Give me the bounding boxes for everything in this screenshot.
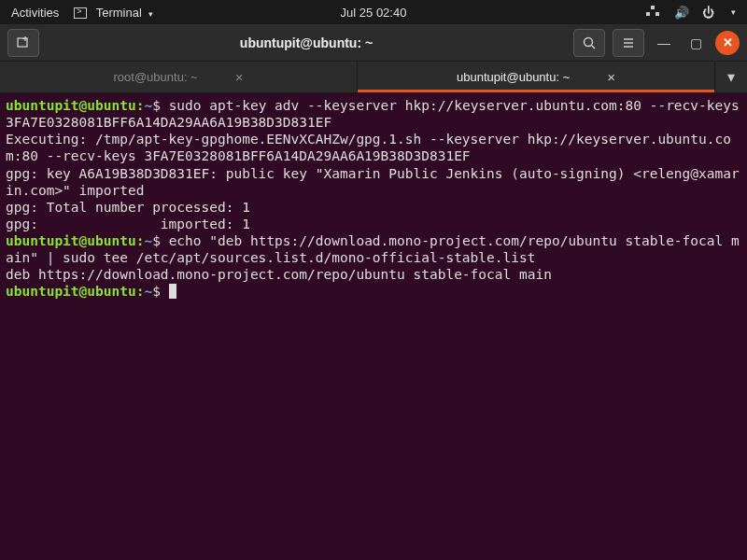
prompt-user: ubuntupit@ubuntu [6,233,136,248]
close-tab-icon[interactable]: × [235,69,244,85]
window-headerbar: ubuntupit@ubuntu: ~ — ▢ ✕ [0,24,747,62]
new-tab-button[interactable] [7,29,39,57]
window-title: ubuntupit@ubuntu: ~ [47,35,566,50]
tab-label: ubuntupit@ubuntu: ~ [457,70,570,84]
prompt-path: ~ [144,284,152,299]
prompt-path: ~ [144,233,152,248]
activities-button[interactable]: Activities [11,6,59,20]
app-menu[interactable]: Terminal ▾ [74,6,153,20]
tab-ubuntupit[interactable]: ubuntupit@ubuntu: ~ × [358,62,715,92]
power-icon[interactable] [702,6,714,20]
hamburger-menu-button[interactable] [613,29,644,57]
clock[interactable]: Jul 25 02:40 [341,6,407,20]
search-icon [582,35,597,50]
cursor [169,284,176,299]
svg-point-3 [585,37,593,46]
tab-label: root@ubuntu: ~ [114,70,198,84]
gnome-top-bar: Activities Terminal ▾ Jul 25 02:40 ▾ [0,0,747,24]
chevron-down-icon: ▾ [148,9,153,19]
minimize-button[interactable]: — [652,31,676,55]
close-button[interactable]: ✕ [715,31,740,55]
volume-icon[interactable] [674,6,689,20]
tab-root[interactable]: root@ubuntu: ~ × [0,62,358,92]
chevron-down-icon[interactable]: ▾ [731,7,736,17]
search-button[interactable] [573,29,605,57]
tab-bar: root@ubuntu: ~ × ubuntupit@ubuntu: ~ × ▾ [0,62,747,93]
terminal-window: ubuntupit@ubuntu: ~ — ▢ ✕ root@ubuntu: ~… [0,24,747,560]
prompt-user: ubuntupit@ubuntu [6,284,136,299]
prompt-path: ~ [144,98,152,113]
tab-dropdown-button[interactable]: ▾ [715,62,747,92]
terminal-icon [74,7,87,19]
new-tab-icon [16,35,31,50]
maximize-button[interactable]: ▢ [684,31,708,55]
hamburger-icon [621,35,636,50]
svg-line-4 [592,45,596,49]
terminal-body[interactable]: ubuntupit@ubuntu:~$ sudo apt-key adv --k… [0,93,747,560]
close-tab-icon[interactable]: × [607,69,615,85]
prompt-user: ubuntupit@ubuntu [6,98,136,113]
network-icon[interactable] [646,6,661,19]
